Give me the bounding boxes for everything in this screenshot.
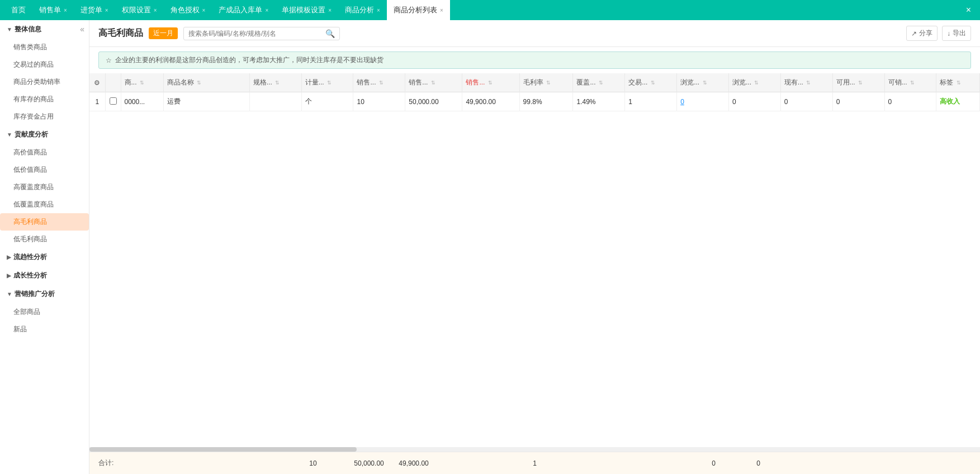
col-stock-now[interactable]: 现有... ⇅ <box>780 73 832 92</box>
nav-sales-order-label: 销售单 <box>39 5 61 15</box>
sidebar-collapse-button[interactable]: « <box>80 25 84 34</box>
search-icon[interactable]: 🔍 <box>325 29 335 38</box>
nav-purchase-order-close[interactable]: × <box>105 7 108 13</box>
col-transaction[interactable]: 交易... ⇅ <box>625 73 677 92</box>
col-gross-rate-sort: ⇅ <box>546 80 551 86</box>
nav-template[interactable]: 单据模板设置 × <box>275 0 338 20</box>
nav-analysis-close[interactable]: × <box>377 7 380 13</box>
col-tag-sort: ⇅ <box>957 80 961 86</box>
share-label: 分享 <box>919 29 932 38</box>
nav-analysis[interactable]: 商品分析 × <box>338 0 387 20</box>
search-box: 🔍 <box>183 27 340 40</box>
col-saleable[interactable]: 可销... ⇅ <box>884 73 936 92</box>
sidebar-item-traded-goods[interactable]: 交易过的商品 <box>0 56 89 73</box>
col-settings[interactable]: ⚙ <box>89 73 105 92</box>
col-gross-rate-label: 毛利率 <box>523 78 543 86</box>
sidebar-item-all-goods[interactable]: 全部商品 <box>0 303 89 321</box>
nav-permission-label: 权限设置 <box>122 5 151 15</box>
row-available: 0 <box>832 92 884 111</box>
nav-permission[interactable]: 权限设置 × <box>115 0 164 20</box>
sidebar-item-stock-goods[interactable]: 有库存的商品 <box>0 91 89 108</box>
row-browse2: 0 <box>729 92 781 111</box>
nav-home[interactable]: 首页 <box>4 0 32 20</box>
window-close-button[interactable]: × <box>962 5 976 15</box>
col-sales-qty[interactable]: 销售... ⇅ <box>353 73 405 92</box>
col-browse2[interactable]: 浏览... ⇅ <box>729 73 781 92</box>
row-transaction: 1 <box>625 92 677 111</box>
nav-analysis-list[interactable]: 商品分析列表 × <box>387 0 450 20</box>
sidebar-item-category-rate[interactable]: 商品分类助销率 <box>0 73 89 91</box>
sidebar-item-low-coverage[interactable]: 低覆盖度商品 <box>0 196 89 213</box>
col-browse1[interactable]: 浏览... ⇅ <box>677 73 729 92</box>
nav-role[interactable]: 角色授权 × <box>164 0 212 20</box>
row-browse1-link[interactable]: 0 <box>680 98 684 106</box>
row-browse1[interactable]: 0 <box>677 92 729 111</box>
nav-sales-order[interactable]: 销售单 × <box>32 0 74 20</box>
sidebar-group-marketing-arrow: ▼ <box>7 291 12 297</box>
col-checkbox <box>105 73 121 92</box>
bottom-scrollbar-thumb[interactable] <box>89 447 357 452</box>
time-filter-button[interactable]: 近一月 <box>149 27 178 39</box>
footer-sales-qty: 10 <box>306 459 351 467</box>
nav-product-stock[interactable]: 产成品入库单 × <box>212 0 275 20</box>
nav-sales-order-close[interactable]: × <box>64 7 67 13</box>
sidebar-group-overall-label: 整体信息 <box>15 25 41 34</box>
col-spec[interactable]: 规格... ⇅ <box>249 73 301 92</box>
col-gross-rate[interactable]: 毛利率 ⇅ <box>519 73 573 92</box>
sidebar-item-low-margin[interactable]: 低毛利商品 <box>0 231 89 248</box>
col-coverage-sort: ⇅ <box>599 80 603 86</box>
sidebar-item-low-value[interactable]: 低价值商品 <box>0 161 89 179</box>
footer-transaction: 1 <box>529 459 574 467</box>
footer-sales-amount: 50,000.00 <box>351 459 395 467</box>
col-sales-cost[interactable]: 销售... ⇅ <box>462 73 519 92</box>
sidebar-group-flow[interactable]: ▶ 流趋性分析 <box>0 248 89 266</box>
sidebar-group-growth-label: 成长性分析 <box>13 271 47 280</box>
sidebar-group-marketing[interactable]: ▼ 营销推广分析 <box>0 285 89 303</box>
bottom-scrollbar[interactable] <box>89 447 980 452</box>
nav-analysis-list-close[interactable]: × <box>440 7 443 13</box>
col-sales-amount[interactable]: 销售... ⇅ <box>405 73 462 92</box>
col-sales-cost-sort: ⇅ <box>488 80 493 86</box>
sidebar-item-new-goods[interactable]: 新品 <box>0 321 89 338</box>
sidebar-item-high-coverage[interactable]: 高覆盖度商品 <box>0 179 89 196</box>
footer-label: 合计: <box>98 458 113 468</box>
col-browse1-label: 浏览... <box>680 78 699 86</box>
nav-purchase-order[interactable]: 进货单 × <box>74 0 115 20</box>
content-area: 高毛利商品 近一月 🔍 ↗ 分享 ↓ 导出 ☆ 企业的主要的利润都是这部分商品创… <box>89 20 980 474</box>
sidebar-group-growth[interactable]: ▶ 成长性分析 <box>0 266 89 285</box>
sidebar-item-high-margin[interactable]: 高毛利商品 <box>0 213 89 231</box>
nav-product-stock-label: 产成品入库单 <box>219 5 262 15</box>
sidebar-item-high-value[interactable]: 高价值商品 <box>0 144 89 161</box>
export-button[interactable]: ↓ 导出 <box>942 26 971 41</box>
col-unit[interactable]: 计量... ⇅ <box>301 73 353 92</box>
sidebar-group-contribution[interactable]: ▼ 贡献度分析 <box>0 125 89 144</box>
nav-permission-close[interactable]: × <box>154 7 157 13</box>
sidebar-group-overall-arrow: ▼ <box>7 26 12 32</box>
sidebar-item-sales-goods[interactable]: 销售类商品 <box>0 39 89 56</box>
nav-template-close[interactable]: × <box>328 7 332 13</box>
nav-role-close[interactable]: × <box>202 7 206 13</box>
sidebar-group-flow-label: 流趋性分析 <box>13 252 47 262</box>
col-name[interactable]: 商品名称 ⇅ <box>163 73 249 92</box>
col-stock-now-sort: ⇅ <box>806 80 811 86</box>
col-coverage[interactable]: 覆盖... ⇅ <box>573 73 625 92</box>
sidebar-item-stock-capital[interactable]: 库存资金占用 <box>0 108 89 125</box>
row-checkbox[interactable] <box>105 92 121 111</box>
sidebar: « ▼ 整体信息 销售类商品 交易过的商品 商品分类助销率 有库存的商品 库存资… <box>0 20 89 474</box>
col-tag-label: 标签 <box>940 78 953 86</box>
col-tag[interactable]: 标签 ⇅ <box>936 73 980 92</box>
page-title: 高毛利商品 <box>98 27 143 39</box>
main-layout: « ▼ 整体信息 销售类商品 交易过的商品 商品分类助销率 有库存的商品 库存资… <box>0 20 980 474</box>
nav-product-stock-close[interactable]: × <box>265 7 268 13</box>
table-header-row: ⚙ 商... ⇅ 商品名称 ⇅ 规格... ⇅ <box>89 73 980 92</box>
col-available[interactable]: 可用... ⇅ <box>832 73 884 92</box>
col-code-sort: ⇅ <box>140 80 144 86</box>
share-button[interactable]: ↗ 分享 <box>906 26 938 41</box>
sidebar-group-overall[interactable]: ▼ 整体信息 <box>0 20 89 39</box>
col-code[interactable]: 商... ⇅ <box>121 73 163 92</box>
col-transaction-sort: ⇅ <box>651 80 655 86</box>
footer-available: 0 <box>708 459 753 467</box>
search-input[interactable] <box>188 30 325 37</box>
nav-analysis-label: 商品分析 <box>345 5 374 15</box>
row-checkbox-input[interactable] <box>110 97 117 105</box>
